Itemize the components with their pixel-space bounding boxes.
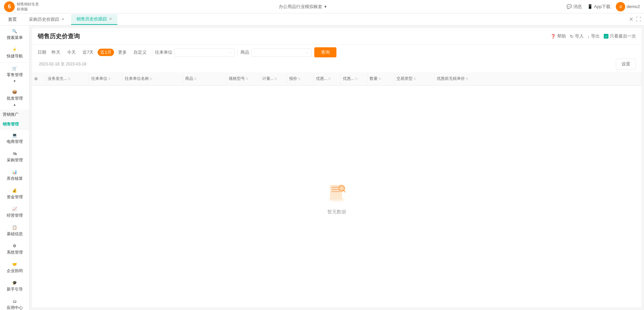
filter-divider-2	[237, 49, 238, 56]
message-icon: 💬	[567, 4, 572, 9]
finance-icon: 💰	[12, 188, 17, 193]
app-selector-arrow: ▾	[324, 4, 327, 9]
settings-button[interactable]: 设置	[616, 59, 636, 69]
th-unit-sort-icon: ⇅	[274, 77, 277, 81]
th-discount2[interactable]: 优惠... ⇅	[341, 73, 368, 84]
export-btn[interactable]: ↓ 导出	[588, 33, 600, 39]
th-gear[interactable]: ⚙	[32, 74, 46, 84]
tab-close-all-btn[interactable]: ✕	[629, 16, 633, 22]
sidebar-sub-sales-mgmt[interactable]: 销售管理	[0, 119, 29, 129]
partner-label: 往来单位	[155, 49, 172, 55]
user-avatar-area[interactable]: d demo2	[616, 2, 640, 11]
sidebar-item-operations[interactable]: 📈 经营管理	[0, 203, 29, 222]
sidebar-item-system[interactable]: ⚙ 系统管理	[0, 240, 29, 259]
purchase-icon: 🛍	[13, 151, 17, 156]
sidebar-item-ecommerce[interactable]: 💻 电商管理	[0, 129, 29, 148]
tab-purchase-label: 采购历史价跟踪	[29, 16, 59, 22]
th-date[interactable]: 业务发生... ⇅	[46, 73, 89, 84]
checkbox-icon: ✓	[604, 34, 608, 39]
date-btn-today[interactable]: 今天	[64, 49, 78, 56]
tab-home[interactable]: 首页	[3, 14, 22, 25]
tab-bar: 首页 采购历史价跟踪 ✕ 销售历史价跟踪 ✕ ✕ ⛶	[0, 13, 644, 25]
th-unit[interactable]: 计量... ⇅	[260, 73, 287, 84]
sidebar-item-wholesale-mgmt[interactable]: 📦 批发管理 ▴	[0, 86, 29, 110]
date-label: 日期	[38, 49, 46, 55]
tab-sales-history[interactable]: 销售历史价跟踪 ✕	[71, 14, 117, 25]
gear-icon: ⚙	[34, 76, 38, 81]
th-partner-name[interactable]: 往来单位名称 ⇅	[123, 73, 183, 84]
sidebar-item-retail-mgmt[interactable]: 🛒 零售管理 ▾	[0, 62, 29, 86]
date-btn-more[interactable]: 更多	[115, 49, 129, 56]
basic-info-icon: 📋	[12, 225, 17, 230]
table-header: ⚙ 业务发生... ⇅ 往来单位 ⇅ 往来单位名称 ⇅ 商品 ⇅	[32, 72, 641, 86]
export-icon: ↓	[588, 34, 590, 39]
sidebar-item-basic-info[interactable]: 📋 基础信息	[0, 222, 29, 240]
th-spec-label: 规格型号	[229, 76, 245, 82]
avatar: d	[616, 2, 625, 11]
th-discount1[interactable]: 优惠... ⇅	[314, 73, 341, 84]
svg-rect-3	[331, 189, 339, 190]
sidebar-item-inventory[interactable]: 📊 库存核算	[0, 166, 29, 185]
app-download-btn[interactable]: 📱 App下载	[587, 4, 610, 10]
partner-input-dots: ···	[228, 50, 232, 55]
product-input-dots: ···	[305, 50, 309, 55]
sidebar-item-enterprise[interactable]: 🤝 企业协同	[0, 259, 29, 277]
th-qty-sort-icon: ⇅	[378, 77, 381, 81]
th-discount1-label: 优惠...	[316, 76, 327, 82]
date-btn-yesterday[interactable]: 昨天	[49, 49, 63, 56]
tab-fullscreen-btn[interactable]: ⛶	[636, 16, 641, 22]
th-partner-sort-icon: ⇅	[108, 77, 111, 81]
inventory-icon: 📊	[12, 170, 17, 174]
app-selector[interactable]: 办公用品行业模拟账套 ▾	[279, 4, 327, 10]
th-price-label: 报价	[289, 76, 297, 82]
th-unit-label: 计量...	[262, 76, 274, 82]
tab-sales-close[interactable]: ✕	[109, 17, 112, 21]
date-btn-custom[interactable]: 自定义	[131, 49, 149, 56]
main-layout: 🔍 搜索菜单 ⚡ 快捷导航 🛒 零售管理 ▾ 📦 批发管理 ▴ 营销推广 销售管…	[0, 25, 644, 310]
import-btn[interactable]: ↻ 导入	[570, 33, 584, 39]
empty-text: 暂无数据	[327, 209, 346, 215]
sidebar-item-search-menu[interactable]: 🔍 搜索菜单	[0, 25, 29, 44]
date-btn-1month[interactable]: 近1月	[98, 49, 114, 56]
query-button[interactable]: 查询	[314, 47, 336, 57]
th-trade-sort-icon: ⇅	[413, 77, 416, 81]
retail-arrow-icon: ▾	[14, 79, 15, 83]
sidebar-item-finance[interactable]: 💰 资金管理	[0, 185, 29, 203]
th-product[interactable]: 商品 ⇅	[183, 73, 227, 84]
only-last-checkbox[interactable]: ✓ 只看最后一次	[604, 33, 636, 39]
date-btn-7days[interactable]: 近7天	[80, 49, 96, 56]
th-notax-label: 优惠前无税单价	[437, 76, 465, 82]
filter-container: 日期 昨天 今天 近7天 近1月 更多 自定义 往来单位 ···	[32, 45, 641, 72]
sidebar-item-purchase[interactable]: 🛍 采购管理	[0, 148, 29, 166]
th-trade[interactable]: 交易类型 ⇅	[394, 73, 435, 84]
product-filter: 商品 ···	[240, 48, 312, 57]
th-discount2-label: 优惠...	[343, 76, 354, 82]
sidebar-sub-marketing[interactable]: 营销推广	[0, 110, 29, 119]
top-bar-left: 6 销售销好生意 标准版	[4, 1, 39, 12]
sidebar-item-quick-nav[interactable]: ⚡ 快捷导航	[0, 44, 29, 62]
th-spec-sort-icon: ⇅	[246, 77, 248, 81]
th-price-sort-icon: ⇅	[298, 77, 301, 81]
th-price[interactable]: 报价 ⇅	[287, 73, 314, 84]
th-qty[interactable]: 数量 ⇅	[368, 73, 394, 84]
search-menu-icon: 🔍	[12, 29, 17, 34]
sidebar-item-app-center[interactable]: 🗂 应用中心	[0, 296, 29, 310]
th-spec[interactable]: 规格型号 ⇅	[227, 73, 260, 84]
sidebar-item-newbie[interactable]: 🎓 新手引导	[0, 277, 29, 296]
tab-purchase-history[interactable]: 采购历史价跟踪 ✕	[23, 14, 70, 25]
tab-purchase-close[interactable]: ✕	[61, 17, 64, 21]
svg-rect-4	[331, 191, 340, 192]
help-btn[interactable]: ❓ 帮助	[550, 33, 566, 39]
retail-icon: 🛒	[12, 66, 17, 71]
phone-icon: 📱	[587, 4, 593, 9]
partner-input[interactable]: ···	[174, 48, 235, 57]
th-notax[interactable]: 优惠前无税单价 ⇅	[435, 73, 641, 84]
empty-state: 暂无数据	[32, 86, 641, 307]
table-area: ⚙ 业务发生... ⇅ 往来单位 ⇅ 往来单位名称 ⇅ 商品 ⇅	[32, 72, 641, 307]
th-qty-label: 数量	[370, 76, 378, 82]
th-partner-name-sort-icon: ⇅	[150, 77, 152, 81]
message-btn[interactable]: 💬 消息	[567, 4, 582, 10]
product-input[interactable]: ···	[251, 48, 312, 57]
th-partner[interactable]: 往来单位 ⇅	[89, 73, 123, 84]
system-icon: ⚙	[13, 244, 16, 248]
